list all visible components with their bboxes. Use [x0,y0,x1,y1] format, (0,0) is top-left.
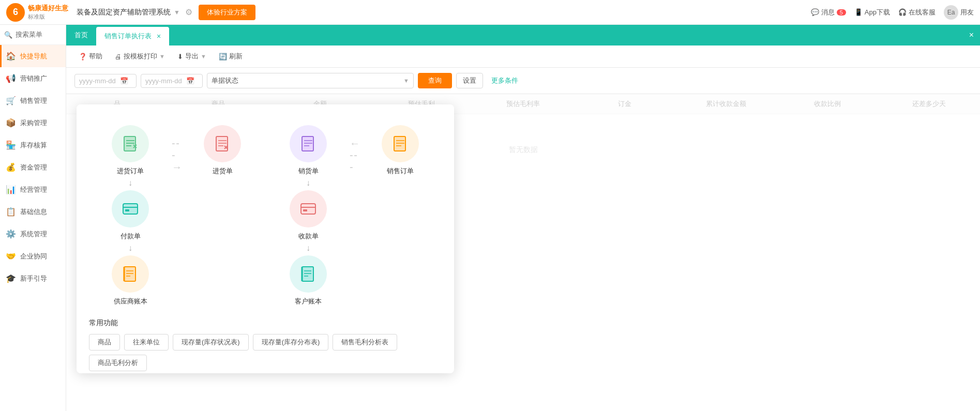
sidebar-item-label: 新手引导 [20,274,47,283]
app-download-item[interactable]: 📱 App下载 [854,8,890,17]
home-icon: 🏠 [6,51,16,61]
flow-node-purchase-bill[interactable]: 进货单 [181,125,264,176]
export-btn[interactable]: ⬇ 导出 ▼ [173,50,210,63]
status-label: 单据状态 [212,76,238,85]
purchase-order-icon [112,125,149,162]
inventory-icon: 🏪 [6,140,16,150]
operations-icon: 📊 [6,185,16,194]
tab-close-icon[interactable]: × [157,32,161,40]
btn-product[interactable]: 商品 [89,334,120,351]
sidebar-item-label: 资金管理 [20,163,47,172]
flow-col-mid-left: 进货单 [181,125,264,176]
btn-product-profit[interactable]: 商品毛利分析 [89,355,147,371]
online-service-label: 在线客服 [909,8,936,17]
experience-btn[interactable]: 体验行业方案 [199,5,255,20]
sidebar-item-system[interactable]: ⚙️ 系统管理 [0,223,66,245]
purchase-bill-label: 进货单 [213,166,233,176]
sidebar-item-label: 快捷导航 [20,52,47,61]
flow-node-purchase-order[interactable]: 进货订单 [89,125,172,176]
close-all-tabs-icon[interactable]: × [969,31,980,40]
online-service-item[interactable]: 🎧 在线客服 [898,8,936,17]
flow-node-sales-bill[interactable]: 销货单 [267,125,350,176]
content-toolbar: ❓ 帮助 🖨 按模板打印 ▼ ⬇ 导出 ▼ 🔄 刷新 [66,45,980,68]
flow-node-payment[interactable]: 付款单 [89,190,172,241]
sidebar-item-label: 采购管理 [20,118,47,128]
top-bar: 6 畅康通好生意 标准版 装备及固定资产辅助管理系统 ▼ ⚙ 体验行业方案 💬 … [0,0,980,25]
refresh-icon: 🔄 [219,53,227,60]
refresh-btn[interactable]: 🔄 刷新 [215,50,247,63]
tabs-bar: 首页 销售订单执行表 × × [66,25,980,45]
table-container: 品 商品 金额 预估毛利 预估毛利率 订金 累计收款金额 收款比例 还差多少天 … [66,94,980,411]
newbie-icon: 🎓 [6,273,16,283]
date-input-end[interactable]: yyyy-mm-dd 📅 [141,74,203,88]
app-container: 6 畅康通好生意 标准版 装备及固定资产辅助管理系统 ▼ ⚙ 体验行业方案 💬 … [0,0,980,411]
flow-node-supplier-ledger[interactable]: 供应商账本 [89,255,172,306]
sidebar-item-label: 系统管理 [20,230,47,239]
tab-sales-order[interactable]: 销售订单执行表 × [96,27,169,45]
sidebar-item-purchase[interactable]: 📦 采购管理 [0,112,66,134]
basic-icon: 📋 [6,207,16,217]
sidebar-item-marketing[interactable]: 📢 营销推广 [0,67,66,89]
btn-inventory-status[interactable]: 现存量(库存状况表) [173,334,249,351]
message-item[interactable]: 💬 消息 5 [811,8,846,17]
system-dropdown-icon[interactable]: ▼ [174,9,180,16]
finance-icon: 💰 [6,162,16,172]
status-select[interactable]: 单据状态 ▼ [207,73,414,88]
quick-nav-modal: 进货订单 ↓ 付款单 ↓ [77,104,454,373]
marketing-icon: 📢 [6,73,16,83]
help-btn[interactable]: ❓ 帮助 [74,50,107,63]
customer-ledger-label: 客户账本 [295,297,322,306]
sidebar-item-basic[interactable]: 📋 基础信息 [0,201,66,223]
flow-node-customer-ledger[interactable]: 客户账本 [267,255,350,306]
sidebar-item-finance[interactable]: 💰 资金管理 [0,156,66,178]
common-functions-title: 常用功能 [89,318,442,328]
sidebar-search[interactable]: 🔍 搜索菜单 [0,25,66,45]
modal-overlay: 进货订单 ↓ 付款单 ↓ [66,94,980,411]
btn-partner[interactable]: 往来单位 [124,334,169,351]
sidebar-item-inventory[interactable]: 🏪 库存核算 [0,134,66,156]
calendar-icon: 📅 [120,77,128,85]
sales-bill-label: 销货单 [298,166,319,176]
settings-btn[interactable]: 设置 [456,73,483,88]
system-title-text: 装备及固定资产辅助管理系统 [77,8,171,17]
sidebar-search-label: 搜索菜单 [16,30,42,39]
help-label: 帮助 [89,52,102,61]
question-icon: ❓ [79,53,87,60]
sidebar-item-newbie[interactable]: 🎓 新手引导 [0,267,66,290]
sidebar-item-quick-nav[interactable]: 🏠 快捷导航 [0,45,66,67]
flow-node-receipt[interactable]: 收款单 [267,190,350,241]
tab-sales-order-label: 销售订单执行表 [104,32,152,41]
system-icon: ⚙️ [6,229,16,239]
flow-col-right: 销售订单 [359,125,442,176]
query-btn[interactable]: 查询 [418,73,452,88]
svg-rect-8 [124,267,135,281]
supplier-ledger-icon [112,255,149,293]
sidebar-item-sales[interactable]: 🛒 销售管理 [0,89,66,112]
calendar-end-icon: 📅 [186,77,194,85]
sidebar-item-enterprise[interactable]: 🤝 企业协同 [0,245,66,267]
more-conditions-btn[interactable]: 更多条件 [487,74,522,87]
flow-section: 进货订单 ↓ 付款单 ↓ [89,117,442,314]
gear-icon[interactable]: ⚙ [185,7,192,17]
btn-inventory-distribution[interactable]: 现存量(库存分布表) [253,334,329,351]
template-print-btn[interactable]: 🖨 按模板打印 ▼ [111,50,169,63]
sidebar-item-label: 销售管理 [20,96,47,105]
flow-node-sales-order[interactable]: 销售订单 [359,125,442,176]
sidebar-item-label: 营销推广 [20,74,47,83]
svg-rect-5 [123,204,138,214]
purchase-bill-icon [204,125,241,162]
customer-ledger-icon [290,255,327,293]
user-item[interactable]: Ea 用友 [944,5,974,20]
date-input[interactable]: yyyy-mm-dd 📅 [74,74,137,88]
svg-rect-12 [123,267,125,281]
btn-sales-profit[interactable]: 销售毛利分析表 [333,334,397,351]
svg-rect-7 [125,209,129,211]
sidebar-item-label: 基础信息 [20,207,47,217]
status-dropdown-icon: ▼ [403,78,409,84]
sidebar-item-operations[interactable]: 📊 经营管理 [0,178,66,201]
tab-home[interactable]: 首页 [66,25,96,45]
export-icon: ⬇ [177,53,183,60]
sidebar-item-label: 经营管理 [20,185,47,194]
supplier-ledger-label: 供应商账本 [114,297,147,306]
svg-rect-28 [301,267,303,281]
